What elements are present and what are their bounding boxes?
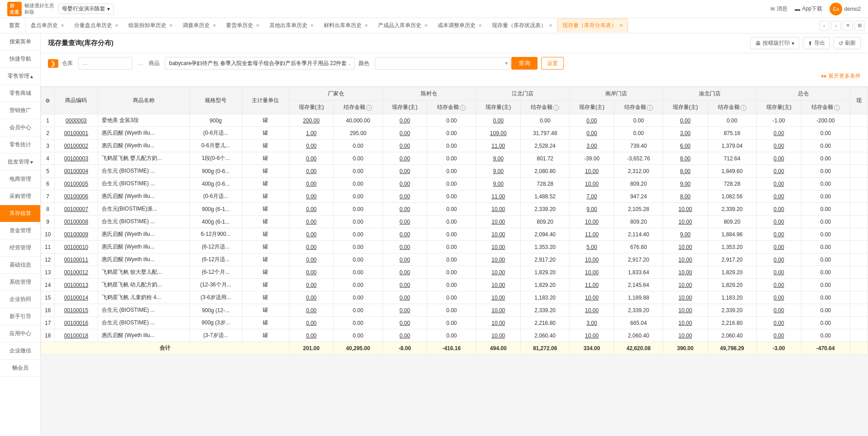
cell-code[interactable]: 00100007 — [55, 203, 98, 216]
cell-qty-4[interactable]: 10.00 — [663, 279, 708, 291]
cell-qty-2[interactable]: 11.00 — [476, 190, 521, 203]
cell-qty-1[interactable]: 0.00 — [382, 329, 427, 342]
cell-code[interactable]: 00100005 — [55, 178, 98, 190]
cell-code[interactable]: 00100004 — [55, 165, 98, 178]
cell-qty-0[interactable]: 0.00 — [289, 253, 334, 266]
cell-qty-2[interactable]: 11.00 — [476, 140, 521, 152]
cell-qty-3[interactable]: 0.00 — [570, 114, 614, 127]
cell-qty-5[interactable]: 0.00 — [756, 241, 801, 253]
cell-qty-0[interactable]: 0.00 — [289, 152, 334, 165]
cell-qty-4[interactable]: 6.00 — [663, 140, 708, 152]
cell-qty-4[interactable]: 0.00 — [663, 114, 708, 127]
cell-qty-4[interactable]: 10.00 — [663, 291, 708, 304]
cell-code[interactable]: 00100010 — [55, 241, 98, 253]
tab-close-fenpandian[interactable]: ✕ — [115, 23, 118, 28]
tab-close-all-btn[interactable]: ✕ — [843, 21, 853, 31]
cell-qty-2[interactable]: 10.00 — [476, 317, 521, 329]
cell-qty-1[interactable]: 0.00 — [382, 165, 427, 178]
cell-code[interactable]: 00100011 — [55, 253, 98, 266]
cell-qty-1[interactable]: 0.00 — [382, 178, 427, 190]
cell-qty-1[interactable]: 0.00 — [382, 216, 427, 228]
tab-yaohuo[interactable]: 要货单历史 ✕ — [221, 19, 264, 33]
cell-qty-5[interactable]: 0.00 — [756, 216, 801, 228]
cell-code[interactable]: 00100012 — [55, 266, 98, 279]
cell-qty-4[interactable]: 10.00 — [663, 317, 708, 329]
tab-home[interactable]: 首页 — [4, 18, 26, 33]
tab-chengben[interactable]: 成本调整单历史 ✕ — [433, 19, 487, 33]
sidebar-item-member[interactable]: 会员中心 — [0, 119, 40, 136]
sidebar-item-wholesale[interactable]: 批发管理 ▾ — [0, 154, 40, 171]
expand-conditions-btn[interactable]: ▾▾ 展开更多条件 — [821, 72, 861, 80]
cell-qty-0[interactable]: 0.00 — [289, 203, 334, 216]
tab-close-kucunkuangkuang[interactable]: ✕ — [549, 23, 552, 28]
tab-diaobodian[interactable]: 调拨单历史 ✕ — [178, 19, 221, 33]
cell-qty-1[interactable]: 0.00 — [382, 114, 427, 127]
info-icon-jiajia[interactable]: i — [366, 105, 372, 111]
cell-code[interactable]: 00100016 — [55, 317, 98, 329]
sidebar-item-inventory[interactable]: 库存核算 — [0, 205, 40, 222]
filter-toggle-btn[interactable]: ❯ — [48, 59, 58, 68]
warehouse-input[interactable] — [78, 57, 132, 70]
sidebar-item-marketing[interactable]: 营销推广 — [0, 102, 40, 119]
cell-qty-5[interactable]: 0.00 — [756, 228, 801, 241]
cell-qty-5[interactable]: 0.00 — [756, 329, 801, 342]
cell-code[interactable]: 00100008 — [55, 216, 98, 228]
sidebar-item-nav[interactable]: 快捷导航 — [0, 51, 40, 68]
tab-zuchezhe[interactable]: 组装拆卸单历史 ✕ — [123, 19, 178, 33]
cell-qty-3[interactable]: 7.00 — [570, 190, 614, 203]
industry-select[interactable]: 母婴行业演示陈套 ▾ — [58, 4, 114, 14]
cell-qty-0[interactable]: 0.00 — [289, 291, 334, 304]
cell-qty-5[interactable]: 0.00 — [756, 165, 801, 178]
cell-qty-5[interactable]: 0.00 — [756, 203, 801, 216]
sidebar-item-retail-mgmt[interactable]: 零售管理 ▴ — [0, 68, 40, 85]
cell-qty-3[interactable]: 11.00 — [570, 228, 614, 241]
cell-qty-3[interactable]: 3.00 — [570, 317, 614, 329]
info-icon-chencu[interactable]: i — [460, 105, 466, 111]
info-icon-yubei[interactable]: i — [741, 105, 746, 111]
cell-code[interactable]: 0000003 — [55, 114, 98, 127]
cell-qty-3[interactable]: 10.00 — [570, 266, 614, 279]
tab-close-chengben[interactable]: ✕ — [478, 23, 482, 28]
tab-close-zuchezhe[interactable]: ✕ — [169, 23, 173, 28]
sidebar-item-search[interactable]: 搜索英单 — [0, 33, 40, 51]
cell-qty-4[interactable]: 10.00 — [663, 203, 708, 216]
info-icon-jiangbei[interactable]: i — [553, 105, 559, 111]
cell-qty-2[interactable]: 10.00 — [476, 329, 521, 342]
cell-qty-1[interactable]: 0.00 — [382, 203, 427, 216]
tab-close-diaobodian[interactable]: ✕ — [212, 23, 216, 28]
cell-code[interactable]: 00100006 — [55, 190, 98, 203]
tab-kucunkuangkuang[interactable]: 现存量（库存状况表） ✕ — [487, 19, 557, 33]
cell-qty-2[interactable]: 10.00 — [476, 216, 521, 228]
cell-code[interactable]: 00100001 — [55, 127, 98, 140]
sidebar-item-cooperation[interactable]: 企业协同 — [0, 291, 40, 308]
cell-qty-5[interactable]: 0.00 — [756, 266, 801, 279]
cell-code[interactable]: 00100015 — [55, 304, 98, 317]
cell-qty-1[interactable]: 0.00 — [382, 266, 427, 279]
cell-qty-5[interactable]: 0.00 — [756, 140, 801, 152]
cell-qty-2[interactable]: 10.00 — [476, 241, 521, 253]
cell-qty-3[interactable]: 0.00 — [570, 127, 614, 140]
tab-chengpinru[interactable]: 产成品入库单历史 ✕ — [373, 19, 433, 33]
cell-qty-5[interactable]: 0.00 — [756, 304, 801, 317]
cell-qty-5[interactable]: 0.00 — [756, 279, 801, 291]
sidebar-item-ecom[interactable]: 电商管理 — [0, 171, 40, 188]
search-btn[interactable]: 查询 — [511, 57, 538, 70]
cell-qty-0[interactable]: 0.00 — [289, 178, 334, 190]
sidebar-item-guide[interactable]: 新手引导 — [0, 308, 40, 325]
cell-qty-4[interactable]: 10.00 — [663, 241, 708, 253]
cell-qty-1[interactable]: 0.00 — [382, 253, 427, 266]
cell-qty-2[interactable]: 10.00 — [476, 291, 521, 304]
message-btn[interactable]: ✉ 消息 — [770, 5, 788, 13]
cell-qty-3[interactable]: 10.00 — [570, 329, 614, 342]
user-area[interactable]: Ea demo2 — [830, 3, 861, 15]
cell-qty-1[interactable]: 0.00 — [382, 291, 427, 304]
cell-qty-4[interactable]: 10.00 — [663, 253, 708, 266]
cell-qty-4[interactable]: 10.00 — [663, 329, 708, 342]
cell-qty-1[interactable]: 0.00 — [382, 228, 427, 241]
cell-qty-3[interactable]: 11.00 — [570, 279, 614, 291]
tab-close-cailiaochu[interactable]: ✕ — [364, 23, 368, 28]
cell-qty-4[interactable]: 8.00 — [663, 190, 708, 203]
cell-qty-2[interactable]: 109.00 — [476, 127, 521, 140]
sidebar-item-basic[interactable]: 基础信息 — [0, 257, 40, 274]
cell-qty-2[interactable]: 10.00 — [476, 279, 521, 291]
